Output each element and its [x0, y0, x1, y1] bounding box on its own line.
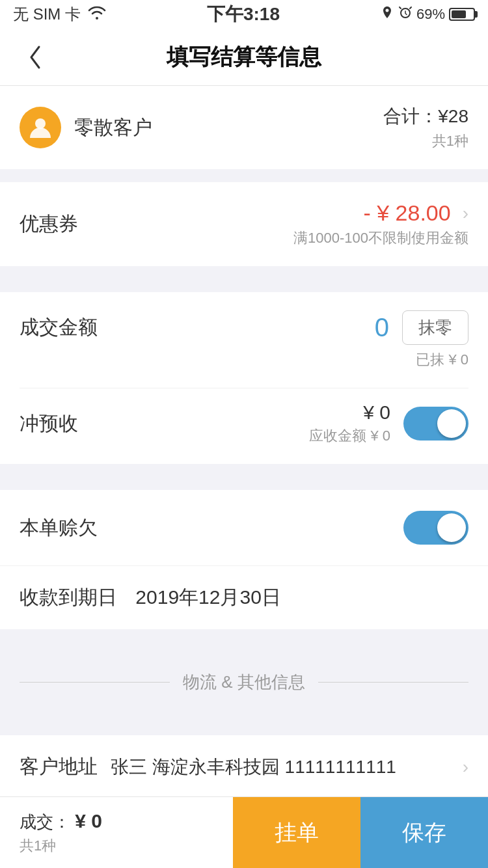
due-date-text: 收款到期日 2019年12月30日	[20, 586, 281, 608]
customer-card: 零散客户 合计：¥28 共1种	[0, 86, 488, 169]
content-area: 零散客户 合计：¥28 共1种 优惠券 - ¥ 28.00 › 满1000-10…	[0, 86, 488, 868]
transaction-amount[interactable]: 0	[375, 313, 389, 342]
logistics-divider-row: 物流 & 其他信息	[20, 671, 468, 694]
section-divider-4	[0, 722, 488, 735]
battery-percentage: 69%	[416, 6, 445, 23]
address-value: 张三 海淀永丰科技园 11111111111	[111, 755, 463, 780]
logistics-line-left	[20, 682, 170, 683]
prepaid-right: ¥ 0 应收金额 ¥ 0	[309, 401, 390, 446]
location-icon	[380, 5, 394, 23]
round-zero-button[interactable]: 抹零	[402, 310, 468, 345]
coupon-right: - ¥ 28.00 › 满1000-100不限制使用金额	[293, 200, 468, 248]
due-date-value: 2019年12月30日	[135, 586, 280, 608]
section-divider-2	[0, 477, 488, 490]
address-card[interactable]: 客户地址 张三 海淀永丰科技园 11111111111 ›	[0, 735, 488, 798]
transaction-card: 成交金额 0 抹零 已抹 ¥ 0 冲预收 ¥ 0 应收金额 ¥ 0	[0, 292, 488, 464]
prepaid-amount: ¥ 0	[363, 401, 390, 424]
page-title: 填写结算等信息	[167, 42, 321, 72]
status-time: 下午3:18	[207, 2, 280, 27]
alarm-icon	[398, 5, 413, 23]
bottom-info: 成交： ¥ 0 共1种	[0, 797, 233, 868]
status-right: 69%	[380, 5, 475, 23]
section-divider-3	[0, 642, 488, 655]
prepaid-receivable: 应收金额 ¥ 0	[309, 426, 390, 446]
address-chevron-icon: ›	[463, 757, 468, 778]
status-left: 无 SIM 卡	[13, 4, 107, 25]
debt-toggle-knob	[437, 513, 466, 542]
bottom-bar: 成交： ¥ 0 共1种 挂单 保存	[0, 796, 488, 868]
coupon-desc: 满1000-100不限制使用金额	[293, 228, 468, 248]
bottom-count: 共1种	[20, 836, 213, 856]
logistics-line-right	[318, 682, 468, 683]
customer-row: 零散客户 合计：¥28 共1种	[0, 86, 488, 169]
back-button[interactable]	[16, 38, 55, 77]
section-divider-1	[0, 279, 488, 292]
prepaid-toggle[interactable]	[403, 407, 468, 441]
status-bar: 无 SIM 卡 下午3:18 69%	[0, 0, 488, 29]
total-count: 共1种	[383, 131, 468, 151]
bottom-deal: 成交： ¥ 0	[20, 810, 213, 834]
debt-row: 本单赊欠	[0, 490, 488, 565]
transaction-sub: 已抹 ¥ 0	[20, 350, 468, 370]
battery-icon	[449, 8, 475, 21]
customer-name: 零散客户	[74, 115, 152, 141]
coupon-card[interactable]: 优惠券 - ¥ 28.00 › 满1000-100不限制使用金额	[0, 182, 488, 266]
prepaid-row: 冲预收 ¥ 0 应收金额 ¥ 0	[0, 388, 488, 464]
coupon-row[interactable]: 优惠券 - ¥ 28.00 › 满1000-100不限制使用金额	[0, 182, 488, 266]
save-button[interactable]: 保存	[360, 797, 488, 868]
total-amount: 合计：¥28	[383, 104, 468, 129]
transaction-top: 成交金额 0 抹零	[20, 310, 468, 345]
logistics-section: 物流 & 其他信息	[0, 655, 488, 709]
customer-right: 合计：¥28 共1种	[383, 104, 468, 151]
logistics-section-card: 物流 & 其他信息	[0, 655, 488, 709]
transaction-label: 成交金额	[20, 314, 98, 341]
hang-button[interactable]: 挂单	[233, 797, 360, 868]
wifi-icon	[87, 5, 107, 23]
toggle-knob	[437, 409, 466, 438]
sim-status: 无 SIM 卡	[13, 4, 81, 25]
customer-left: 零散客户	[20, 107, 152, 148]
bottom-deal-amount: ¥ 0	[75, 810, 102, 832]
debt-label: 本单赊欠	[20, 515, 98, 541]
debt-card: 本单赊欠 收款到期日 2019年12月30日	[0, 490, 488, 629]
address-label: 客户地址	[20, 753, 98, 780]
coupon-label: 优惠券	[20, 211, 78, 237]
svg-point-1	[35, 118, 46, 129]
due-date-label: 收款到期日	[20, 586, 117, 608]
bottom-deal-label: 成交：	[20, 812, 70, 832]
logistics-label: 物流 & 其他信息	[183, 671, 305, 694]
address-row[interactable]: 客户地址 张三 海淀永丰科技园 11111111111 ›	[0, 735, 488, 798]
prepaid-label: 冲预收	[20, 411, 78, 437]
avatar	[20, 107, 61, 148]
coupon-amount: - ¥ 28.00	[363, 200, 450, 226]
due-date-row: 收款到期日 2019年12月30日	[0, 565, 488, 629]
debt-toggle[interactable]	[403, 511, 468, 545]
nav-bar: 填写结算等信息	[0, 29, 488, 86]
transaction-row: 成交金额 0 抹零 已抹 ¥ 0	[0, 292, 488, 388]
chevron-icon: ›	[463, 203, 468, 224]
